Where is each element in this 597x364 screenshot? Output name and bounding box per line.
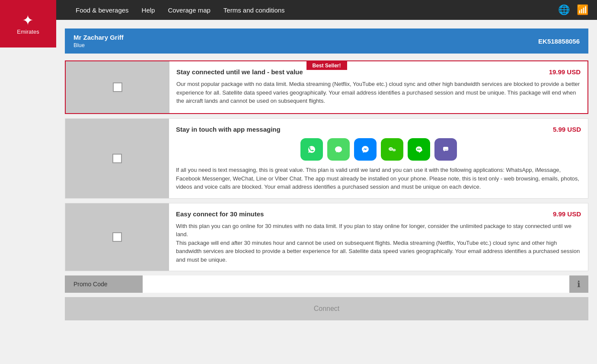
user-tier: Blue: [73, 42, 124, 48]
svg-point-7: [391, 149, 392, 149]
line-icon: [408, 138, 430, 161]
promo-input[interactable]: [143, 275, 569, 293]
globe-icon[interactable]: 🌐: [558, 4, 570, 16]
package-desc-messaging: If all you need is text messaging, this …: [176, 166, 581, 191]
package-price-messaging: 5.99 USD: [553, 126, 581, 133]
package-title-unlimited: Stay connected until we land - best valu…: [176, 68, 303, 76]
package-content-unlimited: Stay connected until we land - best valu…: [169, 61, 587, 113]
package-select-30min[interactable]: [112, 232, 122, 242]
package-select-messaging[interactable]: [112, 154, 122, 163]
emirates-icon: ✦: [17, 12, 39, 28]
connect-button[interactable]: Connect: [65, 297, 588, 320]
promo-label: Promo Code: [65, 275, 143, 293]
user-name: Mr Zachary Griff: [73, 34, 124, 41]
emirates-logo: ✦ Emirates: [0, 0, 56, 47]
package-title-30min: Easy connect for 30 minutes: [176, 210, 264, 218]
package-desc-30min: With this plan you can go online for 30 …: [176, 222, 581, 264]
nav-help[interactable]: Help: [142, 6, 155, 14]
brand-name: Emirates: [17, 28, 39, 35]
package-desc-unlimited: Our most popular package with no data li…: [176, 80, 581, 105]
package-image-30min: [65, 203, 169, 271]
package-messaging[interactable]: Stay in touch with app messaging 5.99 US…: [65, 118, 588, 199]
user-info: Mr Zachary Griff Blue: [73, 34, 124, 48]
imessage-icon: [327, 138, 350, 161]
package-30min[interactable]: Easy connect for 30 minutes 9.99 USD Wit…: [65, 203, 588, 272]
package-header-30min: Easy connect for 30 minutes 9.99 USD: [176, 210, 581, 218]
svg-rect-12: [420, 149, 420, 150]
nav-food[interactable]: Food & beverages: [76, 6, 129, 14]
nav-coverage[interactable]: Coverage map: [168, 6, 210, 14]
messenger-icon: [354, 138, 377, 161]
svg-point-6: [389, 149, 390, 149]
app-icons-row: [176, 138, 581, 161]
viber-icon: [434, 138, 457, 161]
package-header-unlimited: Stay connected until we land - best valu…: [176, 68, 581, 76]
nav-links: Food & beverages Help Coverage map Terms…: [76, 6, 285, 14]
package-price-30min: 9.99 USD: [553, 210, 581, 218]
package-content-messaging: Stay in touch with app messaging 5.99 US…: [169, 119, 588, 198]
best-seller-badge: Best Seller!: [306, 61, 347, 70]
whatsapp-icon: [300, 138, 323, 161]
user-bar: Mr Zachary Griff Blue EK518858056: [65, 28, 588, 54]
top-navigation: Food & beverages Help Coverage map Terms…: [0, 0, 597, 20]
package-image-unlimited: [66, 61, 169, 113]
wechat-icon: [381, 138, 403, 161]
package-price-unlimited: 19.99 USD: [549, 68, 581, 76]
package-image-messaging: [65, 119, 169, 198]
package-unlimited[interactable]: Best Seller! Stay connected until we lan…: [65, 60, 588, 114]
package-select-unlimited[interactable]: [113, 82, 122, 92]
svg-rect-9: [417, 149, 418, 150]
package-content-30min: Easy connect for 30 minutes 9.99 USD Wit…: [169, 203, 588, 271]
package-header-messaging: Stay in touch with app messaging 5.99 US…: [176, 126, 581, 133]
svg-point-5: [392, 149, 396, 152]
svg-rect-11: [419, 149, 419, 150]
svg-rect-10: [418, 149, 418, 150]
svg-point-4: [389, 147, 393, 151]
nav-icons: 🌐 📶: [558, 4, 588, 16]
promo-info-icon[interactable]: ℹ: [569, 275, 588, 293]
package-title-messaging: Stay in touch with app messaging: [176, 126, 281, 133]
wifi-icon[interactable]: 📶: [577, 4, 588, 16]
main-content: Mr Zachary Griff Blue EK518858056 Best S…: [56, 20, 597, 329]
booking-reference: EK518858056: [538, 38, 580, 45]
svg-point-2: [360, 144, 371, 155]
promo-section: Promo Code ℹ: [65, 275, 588, 293]
nav-terms[interactable]: Terms and conditions: [223, 6, 285, 14]
